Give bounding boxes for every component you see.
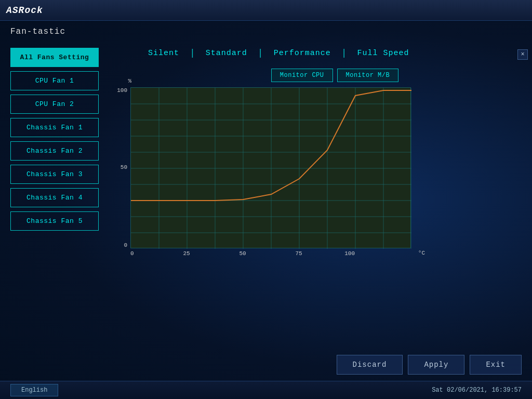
content-area: All Fans SettingCPU Fan 1CPU Fan 2Chassi… <box>0 43 532 349</box>
tab-separator-2: | <box>341 48 347 58</box>
apply-button[interactable]: Apply <box>408 355 464 375</box>
action-bar: Discard Apply Exit <box>0 349 532 381</box>
close-button[interactable]: × <box>517 49 528 60</box>
tab-separator-1: | <box>258 48 263 58</box>
chart-grid: °C <box>130 87 411 248</box>
chart-svg <box>131 88 411 249</box>
chart-area: Silent|Standard|Performance|Full Speed M… <box>112 43 522 349</box>
chart-wrap: % 100 50 0 <box>127 87 522 257</box>
y-label-0: 0 <box>124 242 127 248</box>
sidebar-item-chassis-fan-4[interactable]: Chassis Fan 4 <box>10 188 99 207</box>
datetime: Sat 02/06/2021, 16:39:57 <box>432 387 522 394</box>
sidebar-item-cpu-fan-1[interactable]: CPU Fan 1 <box>10 71 99 90</box>
sidebar: All Fans SettingCPU Fan 1CPU Fan 2Chassi… <box>10 43 112 349</box>
title-bar: ASRock <box>0 0 532 21</box>
mode-tab-silent[interactable]: Silent <box>138 49 190 58</box>
status-bar: English Sat 02/06/2021, 16:39:57 <box>0 381 532 399</box>
celsius-label: °C <box>418 250 425 256</box>
x-label-50: 50 <box>215 250 271 257</box>
mode-tabs: Silent|Standard|Performance|Full Speed <box>127 43 522 69</box>
mode-tab-performance[interactable]: Performance <box>263 49 341 58</box>
percent-label: % <box>128 78 131 84</box>
main-content: × Fan-tastic All Fans SettingCPU Fan 1CP… <box>0 21 532 399</box>
x-axis: 0 25 50 75 100 <box>130 250 411 257</box>
x-label-25: 25 <box>158 250 215 257</box>
sidebar-item-cpu-fan-2[interactable]: CPU Fan 2 <box>10 95 99 114</box>
app-logo: ASRock <box>6 5 43 16</box>
sidebar-item-all-fans[interactable]: All Fans Setting <box>10 48 99 67</box>
monitor-button-monitor-mb[interactable]: Monitor M/B <box>337 69 399 82</box>
language-button[interactable]: English <box>10 384 58 396</box>
y-label-100: 100 <box>117 87 127 94</box>
sidebar-item-chassis-fan-1[interactable]: Chassis Fan 1 <box>10 118 99 137</box>
mode-tab-standard[interactable]: Standard <box>195 49 258 58</box>
x-label-100: 100 <box>327 250 355 257</box>
x-label-0: 0 <box>130 250 158 257</box>
mode-tab-full-speed[interactable]: Full Speed <box>347 49 420 58</box>
monitor-button-monitor-cpu[interactable]: Monitor CPU <box>271 69 333 82</box>
sidebar-item-chassis-fan-5[interactable]: Chassis Fan 5 <box>10 211 99 231</box>
y-label-50: 50 <box>121 164 127 170</box>
x-label-75: 75 <box>271 250 327 257</box>
exit-button[interactable]: Exit <box>470 355 522 375</box>
tab-separator-0: | <box>190 48 195 58</box>
sidebar-item-chassis-fan-3[interactable]: Chassis Fan 3 <box>10 165 99 184</box>
discard-button[interactable]: Discard <box>337 355 403 375</box>
monitor-buttons: Monitor CPUMonitor M/B <box>148 69 522 82</box>
app-title: Fan-tastic <box>0 21 532 43</box>
sidebar-item-chassis-fan-2[interactable]: Chassis Fan 2 <box>10 141 99 161</box>
